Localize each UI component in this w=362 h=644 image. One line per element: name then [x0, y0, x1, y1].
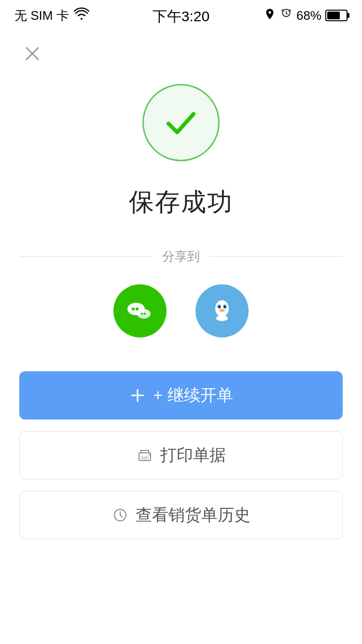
- status-right: 68%: [264, 8, 348, 24]
- svg-point-4: [132, 308, 135, 310]
- svg-point-7: [141, 313, 143, 315]
- divider-line-left: [19, 256, 153, 257]
- svg-point-8: [144, 313, 146, 315]
- wechat-share-button[interactable]: [113, 284, 167, 337]
- qq-icon: [206, 295, 238, 327]
- qq-share-button[interactable]: [195, 284, 249, 337]
- main-content: 保存成功 分享到: [0, 31, 362, 644]
- svg-point-19: [223, 318, 228, 321]
- svg-point-14: [219, 306, 221, 308]
- success-title: 保存成功: [129, 185, 233, 219]
- continue-button[interactable]: + 继续开单: [19, 371, 343, 420]
- close-button[interactable]: [19, 41, 45, 67]
- svg-point-16: [219, 309, 225, 312]
- history-label: 查看销货单历史: [136, 504, 251, 526]
- status-bar: 无 SIM 卡 下午3:20 68%: [0, 0, 362, 31]
- battery-icon-block: [325, 10, 348, 21]
- share-label: 分享到: [162, 248, 200, 265]
- wechat-icon: [124, 294, 156, 327]
- divider-line-right: [209, 256, 343, 257]
- carrier-text: 无 SIM 卡: [14, 7, 69, 24]
- svg-point-18: [217, 318, 221, 321]
- print-label: 打印单据: [160, 444, 226, 466]
- battery-percent: 68%: [296, 8, 321, 23]
- svg-point-15: [224, 306, 226, 308]
- share-section: 分享到: [19, 248, 343, 337]
- plus-icon: [129, 387, 146, 404]
- svg-point-24: [149, 454, 150, 456]
- success-icon-circle: [142, 84, 220, 161]
- print-icon: [136, 447, 153, 464]
- checkmark-icon: [162, 103, 200, 142]
- continue-label: + 继续开单: [153, 384, 233, 406]
- clock-icon: [111, 506, 129, 524]
- status-time: 下午3:20: [153, 7, 209, 27]
- action-buttons: + 继续开单 打印单据 查看销货单历史: [19, 371, 343, 539]
- share-divider: 分享到: [19, 248, 343, 265]
- history-button[interactable]: 查看销货单历史: [19, 491, 343, 539]
- status-left: 无 SIM 卡: [14, 6, 89, 25]
- location-icon: [264, 8, 276, 24]
- print-button[interactable]: 打印单据: [19, 431, 343, 479]
- svg-rect-23: [141, 456, 149, 460]
- alarm-icon: [280, 8, 292, 24]
- share-icons: [113, 284, 249, 337]
- wifi-icon: [74, 6, 89, 25]
- svg-point-5: [136, 308, 139, 310]
